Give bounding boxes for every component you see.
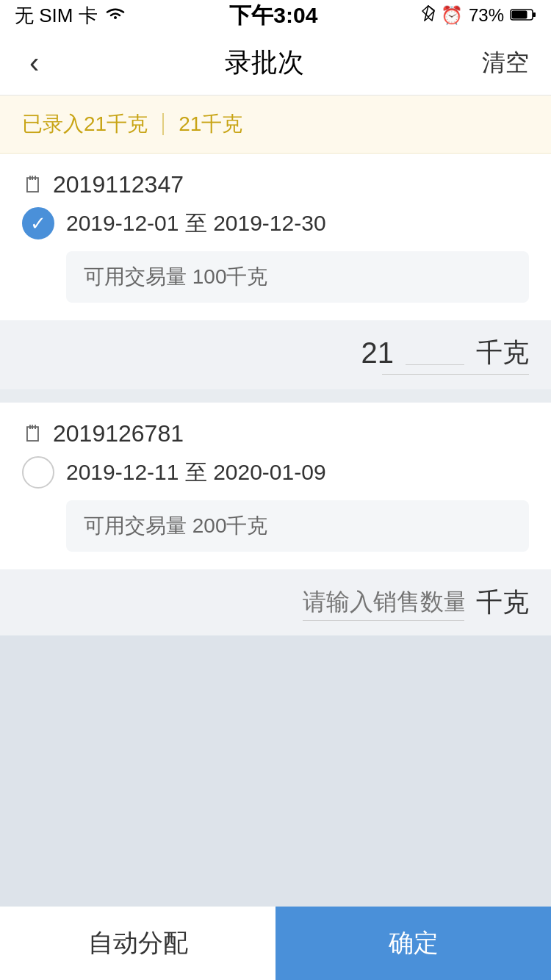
carrier-text: 无 SIM 卡 bbox=[15, 3, 98, 29]
section-divider bbox=[0, 389, 551, 403]
svg-rect-3 bbox=[511, 11, 527, 19]
quantity-input-2[interactable] bbox=[303, 584, 464, 621]
content-wrapper: 🗒 2019112347 ✓ 2019-12-01 至 2019-12-30 可… bbox=[0, 154, 551, 973]
underline-1 bbox=[406, 364, 464, 365]
wifi-icon bbox=[105, 4, 126, 27]
divider-1 bbox=[382, 374, 529, 375]
battery-icon bbox=[510, 5, 536, 26]
batch-item-1: 🗒 2019112347 ✓ 2019-12-01 至 2019-12-30 可… bbox=[0, 154, 551, 320]
batch-available-2: 可用交易量 200千克 bbox=[66, 500, 529, 552]
quantity-row-1: 21 千克 bbox=[0, 320, 551, 371]
auto-distribute-button[interactable]: 自动分配 bbox=[0, 907, 276, 980]
batch-icon-2: 🗒 bbox=[22, 422, 44, 447]
total-amount: 21千克 bbox=[179, 110, 242, 138]
batch-header-2: 🗒 2019126781 bbox=[22, 420, 529, 447]
batch-available-1: 可用交易量 100千克 bbox=[66, 251, 529, 303]
confirm-button[interactable]: 确定 bbox=[276, 907, 551, 980]
info-banner: 已录入21千克 21千克 bbox=[0, 96, 551, 154]
location-icon bbox=[422, 5, 435, 26]
recorded-amount: 已录入21千克 bbox=[22, 110, 148, 138]
alarm-icon: ⏰ bbox=[441, 5, 463, 26]
nav-bar: ‹ 录批次 清空 bbox=[0, 31, 551, 96]
battery-text: 73% bbox=[469, 5, 504, 26]
batch-date-2: 2019-12-11 至 2020-01-09 bbox=[66, 458, 326, 488]
check-icon-1: ✓ bbox=[30, 212, 46, 235]
bottom-bar: 自动分配 确定 bbox=[0, 907, 551, 980]
batch-id-2: 2019126781 bbox=[53, 420, 184, 447]
quantity-input-row-2: 千克 bbox=[0, 569, 551, 635]
batch-header-1: 🗒 2019112347 bbox=[22, 171, 529, 198]
clear-button[interactable]: 清空 bbox=[482, 47, 529, 79]
batch-item-2: 🗒 2019126781 2019-12-11 至 2020-01-09 可用交… bbox=[0, 403, 551, 569]
batch-id-1: 2019112347 bbox=[53, 171, 184, 198]
batch-date-row-1: ✓ 2019-12-01 至 2019-12-30 bbox=[22, 207, 529, 239]
radio-btn-2[interactable] bbox=[22, 456, 54, 489]
radio-btn-1[interactable]: ✓ bbox=[22, 207, 54, 239]
quantity-unit-2: 千克 bbox=[476, 585, 529, 621]
status-time: 下午3:04 bbox=[229, 1, 317, 31]
batch-date-row-2: 2019-12-11 至 2020-01-09 bbox=[22, 456, 529, 489]
nav-title: 录批次 bbox=[225, 45, 304, 81]
status-left: 无 SIM 卡 bbox=[15, 3, 126, 29]
status-right: ⏰ 73% bbox=[422, 5, 536, 26]
status-bar: 无 SIM 卡 下午3:04 ⏰ 73% bbox=[0, 0, 551, 31]
quantity-value-1: 21 bbox=[361, 336, 395, 370]
svg-rect-2 bbox=[533, 12, 536, 17]
back-button[interactable]: ‹ bbox=[22, 39, 46, 87]
quantity-unit-1: 千克 bbox=[476, 335, 529, 371]
info-divider bbox=[162, 113, 164, 135]
batch-icon-1: 🗒 bbox=[22, 173, 44, 198]
batch-date-1: 2019-12-01 至 2019-12-30 bbox=[66, 209, 326, 239]
